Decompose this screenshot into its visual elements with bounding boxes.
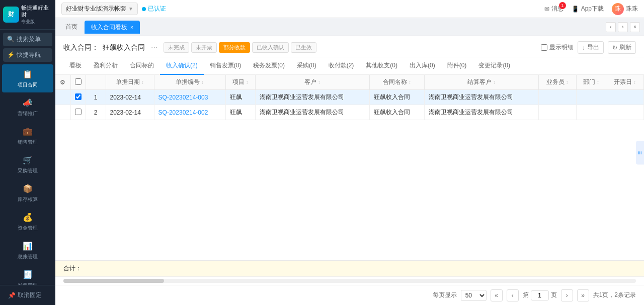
contract-more-button[interactable]: ··· (149, 43, 159, 52)
page-suffix: 页 (551, 291, 557, 299)
company-selector[interactable]: 好业财专业版演示帐套 ▼ (61, 3, 138, 15)
next-page-button[interactable]: › (561, 289, 573, 301)
app-download-button[interactable]: 📱 App下载 (572, 5, 604, 13)
row-checkbox-cell[interactable] (70, 90, 86, 105)
subtab-changes[interactable]: 变更记录(0) (472, 57, 516, 75)
subtab-revenue[interactable]: 收入确认(2) (160, 57, 204, 75)
select-all-checkbox[interactable] (75, 78, 82, 85)
tab-close-all-button[interactable]: × (630, 22, 640, 32)
app-download-label: App下载 (581, 5, 604, 13)
table-container: ⚙ 单据日期 单据编号 项目 客户 合同名称 结算客户 业务员 部门 (55, 75, 644, 260)
general-icon: 📊 (22, 240, 34, 252)
sidebar-item-general[interactable]: 📊 总账管理 (2, 236, 53, 264)
column-header-department[interactable]: 部门 (576, 75, 606, 90)
column-header-settle[interactable]: 结算客户 (425, 75, 539, 90)
doc-link[interactable]: SQ-20230214-003 (158, 94, 208, 101)
status-no-invoice[interactable]: 未开票 (191, 42, 217, 53)
page-input[interactable] (531, 290, 549, 300)
subtab-purchase[interactable]: 采购(0) (291, 57, 323, 75)
row-checkbox-cell[interactable] (70, 105, 86, 120)
column-header-checkbox[interactable] (70, 75, 86, 90)
row-date: 2023-02-14 (106, 105, 154, 120)
column-header-settings[interactable]: ⚙ (55, 75, 70, 90)
sidebar-item-purchase[interactable]: 🛒 采购管理 (2, 150, 53, 178)
row-department (576, 90, 606, 105)
message-button[interactable]: ✉ 消息 1 (544, 5, 564, 13)
row-docno[interactable]: SQ-20230214-002 (154, 105, 225, 120)
scroll-thumb[interactable] (63, 279, 164, 283)
column-header-contract[interactable]: 合同名称 (370, 75, 425, 90)
column-header-salesman[interactable]: 业务员 (539, 75, 577, 90)
row-project: 狂飙 (225, 90, 256, 105)
purchase-icon: 🛒 (22, 154, 34, 166)
prev-page-button[interactable]: ‹ (507, 289, 519, 301)
sidebar-item-capital[interactable]: 💰 资金管理 (2, 208, 53, 236)
sidebar-item-marketing[interactable]: 📣 营销推广 (2, 93, 53, 121)
row-checkbox[interactable] (75, 109, 82, 115)
sidebar-item-inventory[interactable]: 📦 库存核算 (2, 179, 53, 207)
last-page-button[interactable]: » (577, 289, 589, 301)
status-incomplete[interactable]: 未完成 (164, 42, 189, 53)
show-detail-label: 显示明细 (549, 43, 574, 52)
settings-icon[interactable]: ⚙ (60, 79, 65, 86)
logo-icon: 财 (3, 7, 19, 23)
column-header-project[interactable]: 项目 (225, 75, 256, 90)
topbar-right: ✉ 消息 1 📱 App下载 珠 珠珠 (544, 3, 638, 15)
column-header-num (86, 75, 106, 90)
sidebar-item-pin[interactable]: 📌 取消固定 (4, 289, 51, 301)
row-docno[interactable]: SQ-20230214-003 (154, 90, 225, 105)
sidebar-item-label: 营销推广 (18, 110, 38, 117)
tab-close-button[interactable]: × (130, 25, 133, 30)
column-header-opendate[interactable]: 开票日 (606, 75, 644, 90)
contract-header: 收入合同： 狂飙收入合同 ··· 未完成 未开票 部分收款 已收入确认 已生效 … (55, 36, 644, 57)
column-header-docno[interactable]: 单据编号 (154, 75, 225, 90)
search-menu-button[interactable]: 🔍 搜索菜单 (3, 33, 52, 46)
sidebar-item-sales[interactable]: 💼 销售管理 (2, 122, 53, 150)
subtab-kanban[interactable]: 看板 (63, 57, 88, 75)
status-partial[interactable]: 部分收款 (219, 42, 250, 53)
row-settle: 湖南卫视商业运营发展有限公司 (425, 105, 539, 120)
tab-next-button[interactable]: › (618, 22, 628, 32)
home-label: 首页 (65, 23, 77, 31)
row-date: 2023-02-14 (106, 90, 154, 105)
row-salesman (539, 105, 577, 120)
sidebar-item-project[interactable]: 📋 项目合同 (2, 64, 53, 92)
subtab-profit[interactable]: 盈利分析 (88, 57, 124, 75)
right-panel-toggle[interactable]: ≡ (636, 141, 644, 164)
row-contract: 狂飙收入合同 (370, 90, 425, 105)
row-project: 狂飙 (225, 105, 256, 120)
contract-title-name: 狂飙收入合同 (103, 43, 145, 52)
doc-link[interactable]: SQ-20230214-002 (158, 109, 208, 116)
horizontal-scrollbar[interactable] (55, 276, 644, 285)
data-table: ⚙ 单据日期 单据编号 项目 客户 合同名称 结算客户 业务员 部门 (55, 75, 644, 120)
show-detail-checkbox[interactable] (541, 44, 547, 51)
subtab-sales-invoice[interactable]: 销售发票(0) (204, 57, 248, 75)
per-page-select[interactable]: 50 20 100 (461, 290, 487, 301)
row-settings[interactable] (55, 105, 70, 120)
subtab-attachment[interactable]: 附件(0) (441, 57, 473, 75)
column-header-date[interactable]: 单据日期 (106, 75, 154, 90)
sidebar-item-invoice[interactable]: 🧾 发票管理 (2, 265, 53, 285)
status-confirmed[interactable]: 已收入确认 (252, 42, 289, 53)
tab-prev-button[interactable]: ‹ (606, 22, 616, 32)
first-page-button[interactable]: « (491, 289, 503, 301)
subtab-subject[interactable]: 合同标的 (124, 57, 160, 75)
subtab-warehouse[interactable]: 出入库(0) (404, 57, 441, 75)
subtab-payment[interactable]: 收付款(2) (323, 57, 360, 75)
subtab-other[interactable]: 其他收支(0) (360, 57, 404, 75)
row-checkbox[interactable] (75, 93, 82, 100)
show-detail-toggle[interactable]: 显示明细 (541, 43, 574, 52)
column-header-customer[interactable]: 客户 (256, 75, 370, 90)
active-tab[interactable]: 收入合同看板 × (85, 21, 140, 34)
refresh-button[interactable]: ↻ 刷新 (608, 41, 636, 54)
export-button[interactable]: ↓ 导出 (578, 41, 604, 54)
message-badge: 1 (559, 2, 566, 9)
quick-nav-button[interactable]: ⚡ 快捷导航 (3, 48, 52, 62)
subtab-tax-invoice[interactable]: 税务发票(0) (247, 57, 291, 75)
home-tab[interactable]: 首页 (59, 21, 84, 33)
status-active[interactable]: 已生效 (291, 42, 316, 53)
sidebar-item-label: 总账管理 (18, 253, 38, 260)
export-icon: ↓ (582, 44, 585, 51)
user-avatar-button[interactable]: 珠 珠珠 (612, 3, 638, 15)
row-settings[interactable] (55, 90, 70, 105)
